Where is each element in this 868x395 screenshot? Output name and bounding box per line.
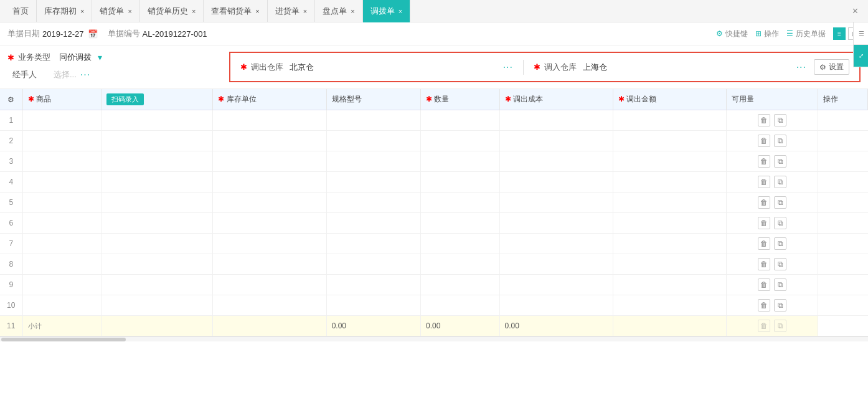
- amount-cell[interactable]: [499, 110, 613, 131]
- copy-row-btn[interactable]: ⧉: [774, 176, 786, 188]
- tab-transfer[interactable]: 调拨单 ×: [363, 0, 410, 22]
- spec-cell[interactable]: [213, 131, 326, 151]
- qty-cell[interactable]: [326, 254, 420, 275]
- warehouse-in-more-btn[interactable]: ···: [796, 62, 806, 73]
- spec-cell[interactable]: [213, 151, 326, 172]
- copy-row-btn[interactable]: ⧉: [774, 114, 786, 126]
- unit-cell[interactable]: [101, 254, 213, 275]
- available-cell[interactable]: [613, 295, 726, 316]
- delete-row-btn[interactable]: 🗑: [758, 299, 770, 312]
- cost-cell[interactable]: [421, 172, 500, 193]
- spec-cell[interactable]: [213, 295, 326, 316]
- sidebar-expand-btn[interactable]: ⤢: [854, 45, 868, 67]
- spec-cell[interactable]: [213, 213, 326, 234]
- unit-cell[interactable]: [101, 151, 213, 172]
- close-inventory[interactable]: ×: [351, 7, 354, 15]
- close-purchase-order[interactable]: ×: [303, 7, 307, 15]
- amount-cell[interactable]: [499, 275, 613, 295]
- delete-row-btn[interactable]: 🗑: [758, 155, 770, 168]
- delete-row-btn[interactable]: 🗑: [758, 237, 770, 250]
- manager-more-btn[interactable]: ···: [80, 69, 90, 80]
- cost-cell[interactable]: [421, 213, 500, 234]
- close-sales-order[interactable]: ×: [128, 7, 131, 15]
- copy-row-btn[interactable]: ⧉: [774, 135, 786, 147]
- available-cell[interactable]: [613, 213, 726, 234]
- spec-cell[interactable]: [213, 234, 326, 254]
- available-cell[interactable]: [613, 172, 726, 193]
- qty-cell[interactable]: [326, 110, 420, 131]
- amount-cell[interactable]: [499, 151, 613, 172]
- product-cell[interactable]: [22, 254, 101, 275]
- copy-row-btn[interactable]: ⧉: [774, 320, 786, 332]
- unit-cell[interactable]: [101, 172, 213, 193]
- product-cell[interactable]: [22, 131, 101, 151]
- copy-row-btn[interactable]: ⧉: [774, 237, 786, 250]
- shortcuts-btn[interactable]: ⚙ 快捷键: [716, 29, 748, 39]
- spec-cell[interactable]: [213, 254, 326, 275]
- unit-cell[interactable]: [101, 213, 213, 234]
- available-cell[interactable]: [613, 254, 726, 275]
- amount-cell[interactable]: [499, 131, 613, 151]
- product-cell[interactable]: [22, 151, 101, 172]
- cost-cell[interactable]: [421, 254, 500, 275]
- spec-cell[interactable]: [213, 275, 326, 295]
- tab-purchase-order[interactable]: 进货单 ×: [268, 0, 315, 22]
- qty-cell[interactable]: [326, 234, 420, 254]
- copy-row-btn[interactable]: ⧉: [774, 299, 786, 312]
- copy-row-btn[interactable]: ⧉: [774, 155, 786, 168]
- settings-button[interactable]: ⚙ 设置: [814, 59, 849, 75]
- delete-row-btn[interactable]: 🗑: [758, 135, 770, 147]
- tab-sales-history[interactable]: 销货单历史 ×: [140, 0, 204, 22]
- close-view-sales[interactable]: ×: [255, 7, 259, 15]
- amount-cell[interactable]: [499, 213, 613, 234]
- sidebar-list-btn[interactable]: ☰: [854, 22, 868, 45]
- amount-cell[interactable]: [499, 234, 613, 254]
- spec-cell[interactable]: [213, 193, 326, 213]
- close-all-tabs[interactable]: ×: [847, 6, 863, 17]
- available-cell[interactable]: [613, 275, 726, 295]
- available-cell[interactable]: [613, 110, 726, 131]
- qty-cell[interactable]: [326, 131, 420, 151]
- copy-row-btn[interactable]: ⧉: [774, 278, 786, 291]
- unit-cell[interactable]: [101, 193, 213, 213]
- spec-cell[interactable]: [213, 110, 326, 131]
- available-cell[interactable]: [613, 193, 726, 213]
- delete-row-btn[interactable]: 🗑: [758, 196, 770, 209]
- tab-initial-stock[interactable]: 库存期初 ×: [37, 0, 92, 22]
- product-cell[interactable]: [22, 110, 101, 131]
- copy-row-btn[interactable]: ⧉: [774, 217, 786, 229]
- delete-row-btn[interactable]: 🗑: [758, 114, 770, 126]
- amount-cell[interactable]: [499, 254, 613, 275]
- business-type-dropdown[interactable]: ▾: [95, 52, 105, 62]
- qty-cell[interactable]: [326, 275, 420, 295]
- tab-sales-order[interactable]: 销货单 ×: [92, 0, 139, 22]
- qty-cell[interactable]: [326, 193, 420, 213]
- scroll-thumb[interactable]: [1, 338, 126, 341]
- unit-cell[interactable]: [101, 295, 213, 316]
- available-cell[interactable]: [613, 131, 726, 151]
- available-cell[interactable]: [613, 234, 726, 254]
- available-cell[interactable]: [613, 151, 726, 172]
- unit-cell[interactable]: [101, 234, 213, 254]
- tab-home[interactable]: 首页: [5, 0, 37, 22]
- cost-cell[interactable]: [421, 193, 500, 213]
- product-cell[interactable]: [22, 295, 101, 316]
- cost-cell[interactable]: [421, 234, 500, 254]
- cost-cell[interactable]: [421, 151, 500, 172]
- cost-cell[interactable]: [421, 295, 500, 316]
- close-transfer[interactable]: ×: [399, 7, 402, 15]
- warehouse-out-more-btn[interactable]: ···: [503, 62, 513, 73]
- product-cell[interactable]: [22, 213, 101, 234]
- qty-cell[interactable]: [326, 151, 420, 172]
- copy-row-btn[interactable]: ⧉: [774, 258, 786, 270]
- qty-cell[interactable]: [326, 213, 420, 234]
- column-gear[interactable]: ⚙: [0, 89, 22, 110]
- layout-list-btn[interactable]: ≡: [833, 27, 846, 40]
- amount-cell[interactable]: [499, 193, 613, 213]
- delete-row-btn[interactable]: 🗑: [758, 278, 770, 291]
- spec-cell[interactable]: [213, 172, 326, 193]
- product-cell[interactable]: [22, 193, 101, 213]
- delete-row-btn[interactable]: 🗑: [758, 258, 770, 270]
- operations-btn[interactable]: ⊞ 操作: [755, 29, 779, 39]
- qty-cell[interactable]: [326, 172, 420, 193]
